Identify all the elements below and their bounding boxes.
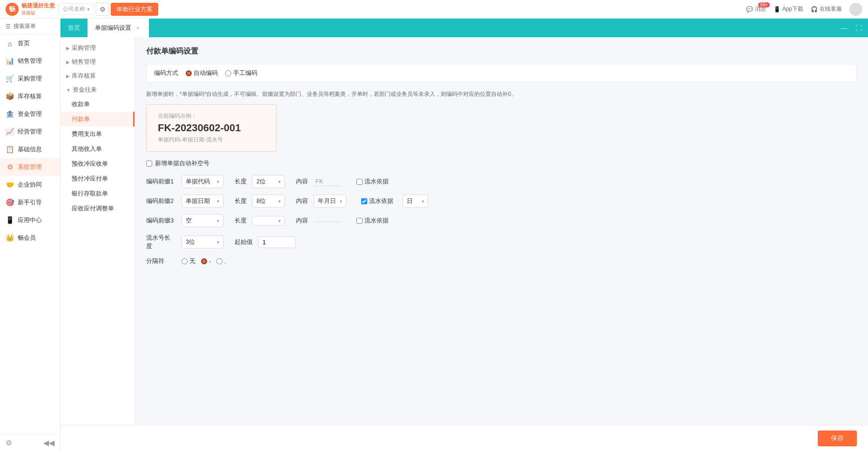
sidebar-item-system[interactable]: ⚙ 系统管理 [0, 158, 60, 176]
tab-minimize-btn[interactable]: — [838, 22, 849, 34]
sidebar-item-corp[interactable]: 🤝 企业协同 [0, 176, 60, 194]
left-nav-item-receipt[interactable]: 收款单 [61, 97, 135, 112]
guide-icon: 🎯 [6, 198, 14, 207]
left-nav-group-sales-header[interactable]: ▶ 销售管理 [61, 55, 135, 69]
manual-encode-option[interactable]: 手工编码 [225, 69, 257, 77]
left-nav-item-advance-pay[interactable]: 预付冲应付单 [61, 171, 135, 186]
tab-home[interactable]: 首页 [61, 19, 87, 37]
separator-label: 分隔符 [146, 257, 176, 265]
prefix3-stream-checkbox[interactable] [357, 218, 363, 224]
left-nav-group-finance-header[interactable]: ▼ 资金往来 [61, 83, 135, 97]
user-avatar[interactable] [849, 3, 862, 16]
serial-start-input[interactable] [258, 236, 296, 248]
prefix3-stream-group: 流水依据 [357, 216, 389, 225]
prefix1-select[interactable]: 单据代码 ▾ [182, 175, 223, 188]
sidebar-item-purchase[interactable]: 🛒 采购管理 [0, 70, 60, 88]
top-bar: 畅 畅捷通好生意 搭题版 公司名称 ▾ ⚙ 体验行业方案 💬 消息 99+ 📱 … [0, 0, 868, 19]
sidebar-item-home[interactable]: ⌂ 首页 [0, 34, 60, 52]
prefix2-caret: ▾ [213, 199, 219, 204]
tab-home-label: 首页 [68, 24, 80, 32]
prefix2-granularity-caret: ▾ [418, 199, 424, 204]
prefix1-length-select[interactable]: 2位 ▾ [252, 175, 285, 188]
serial-start-label: 起始值 [235, 238, 253, 246]
prefix1-stream-label[interactable]: 流水依据 [364, 177, 389, 186]
service-label: 在线客服 [820, 5, 842, 13]
tab-maximize-btn[interactable]: ⛶ [853, 22, 864, 34]
sidebar-nav: ⌂ 首页 📊 销售管理 🛒 采购管理 📦 库存核算 🏦 资金管理 📈 经营 [0, 34, 60, 434]
auto-fill-checkbox[interactable] [146, 161, 152, 167]
prefix2-length-select[interactable]: 8位 ▾ [252, 195, 285, 208]
sidebar-settings-icon[interactable]: ⚙ [6, 438, 12, 447]
sidebar-label-inventory: 库存核算 [18, 92, 42, 101]
tab-encoding-close[interactable]: × [134, 24, 141, 32]
left-nav-item-adjust[interactable]: 应收应付调整单 [61, 201, 135, 216]
serial-length-select[interactable]: 3位 ▾ [182, 236, 223, 249]
settings-btn[interactable]: ⚙ [96, 3, 109, 16]
tab-encoding[interactable]: 单据编码设置 × [87, 19, 149, 37]
preview-desc: 单据代码-单据日期-流水号 [158, 136, 265, 144]
message-btn[interactable]: 💬 消息 99+ [746, 5, 766, 13]
service-icon: 🎧 [811, 6, 818, 13]
sidebar-item-basic[interactable]: 📋 基础信息 [0, 141, 60, 158]
sidebar-item-operation[interactable]: 📈 经营管理 [0, 123, 60, 141]
serial-row: 流水号长度 3位 ▾ 起始值 [146, 234, 857, 250]
sep-dash-radio[interactable] [201, 258, 207, 264]
left-nav-group-purchase-header[interactable]: ▶ 采购管理 [61, 41, 135, 55]
top-bar-left: 畅 畅捷通好生意 搭题版 公司名称 ▾ ⚙ 体验行业方案 [6, 2, 158, 16]
sep-none-label: 无 [189, 257, 195, 265]
sidebar-collapse-icon[interactable]: ◀◀ [43, 438, 54, 447]
sidebar-item-app[interactable]: 📱 应用中心 [0, 211, 60, 229]
prefix2-granularity-select[interactable]: 日 ▾ [403, 195, 428, 208]
sep-none-radio[interactable] [182, 258, 188, 264]
prefix1-label: 编码前缀1 [146, 177, 176, 186]
app-download-btn[interactable]: 📱 App下载 [774, 5, 803, 13]
prefix2-stream-checkbox[interactable] [361, 198, 367, 204]
sidebar-item-inventory[interactable]: 📦 库存核算 [0, 88, 60, 105]
preview-box: 当前编码示例： FK-20230602-001 单据代码-单据日期-流水号 [146, 104, 276, 152]
brand-icon: 畅 [6, 3, 19, 16]
left-nav-item-advance-recv[interactable]: 预收冲应收单 [61, 156, 135, 171]
left-nav-group-inventory-header[interactable]: ▶ 库存核算 [61, 69, 135, 83]
prefix3-select[interactable]: 空 ▾ [182, 214, 223, 227]
left-nav-item-expense[interactable]: 费用支出单 [61, 127, 135, 141]
auto-fill-label[interactable]: 新增单据自动补空号 [155, 159, 209, 168]
industry-btn[interactable]: 体验行业方案 [111, 3, 158, 16]
sidebar-item-member[interactable]: 👑 畅会员 [0, 229, 60, 247]
sidebar-item-guide[interactable]: 🎯 新手引导 [0, 194, 60, 211]
message-badge: 99+ [758, 2, 770, 7]
company-dropdown-icon: ▾ [87, 6, 90, 13]
service-btn[interactable]: 🎧 在线客服 [811, 5, 842, 13]
prefix3-caret: ▾ [213, 218, 219, 223]
search-menu-btn[interactable]: ☰ 搜索菜单 [0, 19, 60, 34]
content-area: 首页 单据编码设置 × — ⛶ ▶ 采购管理 [61, 19, 868, 451]
prefix3-content-value [314, 220, 342, 222]
auto-encode-option[interactable]: 自动编码 [186, 69, 218, 77]
auto-encode-radio[interactable] [186, 70, 192, 76]
manual-encode-radio[interactable] [225, 70, 231, 76]
prefix2-length-caret: ▾ [275, 199, 281, 204]
prefix2-label: 编码前缀2 [146, 197, 176, 205]
sidebar-item-sales[interactable]: 📊 销售管理 [0, 52, 60, 70]
sidebar-item-finance[interactable]: 🏦 资金管理 [0, 105, 60, 123]
prefix2-content-select[interactable]: 年月日 ▾ [314, 195, 346, 208]
prefix3-stream-label[interactable]: 流水依据 [364, 216, 389, 225]
top-bar-controls: 公司名称 ▾ ⚙ 体验行业方案 [59, 3, 158, 16]
prefix1-content-value: FK [314, 177, 342, 186]
basic-icon: 📋 [6, 145, 14, 154]
prefix2-select[interactable]: 单据日期 ▾ [182, 195, 223, 208]
left-nav-purchase-label: 采购管理 [72, 44, 96, 52]
sep-none-option[interactable]: 无 [182, 257, 195, 265]
prefix1-stream-group: 流水依据 [357, 177, 389, 186]
left-nav-item-income[interactable]: 其他收入单 [61, 141, 135, 156]
prefix2-stream-label[interactable]: 流水依据 [369, 197, 393, 205]
left-nav-item-payment[interactable]: 付款单 [61, 112, 135, 127]
left-nav-item-bank[interactable]: 银行存取款单 [61, 186, 135, 201]
company-select[interactable]: 公司名称 ▾ [59, 3, 94, 15]
prefix1-stream-checkbox[interactable] [357, 179, 363, 185]
save-button[interactable]: 保存 [818, 431, 857, 446]
sep-dash-option[interactable]: - [201, 258, 211, 265]
sep-dot-option[interactable]: . [216, 258, 226, 265]
prefix3-length-select[interactable]: ▾ [252, 216, 285, 226]
prefix3-value: 空 [186, 216, 192, 225]
sep-dot-radio[interactable] [216, 258, 222, 264]
